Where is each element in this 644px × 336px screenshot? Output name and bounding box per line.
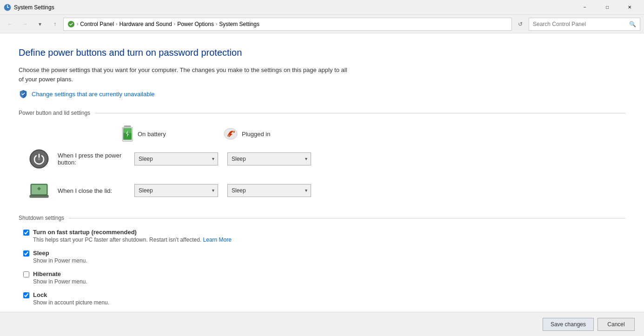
power-button-row: When I press the power button: Sleep Do … — [19, 148, 625, 170]
lock-desc: Show in account picture menu. — [33, 299, 109, 306]
shutdown-section-header: Shutdown settings — [19, 215, 625, 221]
battery-icon — [121, 125, 134, 142]
breadcrumb: › Control Panel › Hardware and Sound › P… — [63, 18, 512, 31]
page-title: Define power buttons and turn on passwor… — [19, 47, 625, 58]
power-button-label: When I press the power button: — [58, 152, 130, 166]
shutdown-divider — [69, 218, 625, 218]
plug-icon — [223, 126, 238, 141]
search-box[interactable]: 🔍 — [529, 18, 640, 31]
lid-icon — [28, 179, 50, 202]
address-bar: ← → ▾ ↑ › Control Panel › Hardware and S… — [0, 15, 644, 33]
lock-row: Lock Show in account picture menu. — [19, 291, 625, 306]
breadcrumb-sep-1: › — [116, 21, 117, 26]
learn-more-link[interactable]: Learn More — [203, 237, 232, 243]
fast-startup-checkbox[interactable] — [23, 230, 29, 236]
recent-button[interactable]: ▾ — [33, 18, 46, 31]
hibernate-checkbox[interactable] — [23, 271, 29, 277]
bottom-bar: Save changes Cancel — [0, 312, 644, 336]
shield-icon — [19, 89, 28, 99]
on-battery-label: On battery — [138, 131, 166, 138]
power-plugged-dropdown[interactable]: Sleep Do nothing Hibernate Shut down Tur… — [227, 152, 311, 165]
fast-startup-label: Turn on fast startup (recommended) — [33, 229, 232, 236]
breadcrumb-control-panel[interactable]: Control Panel — [80, 21, 114, 27]
maximize-button[interactable]: □ — [597, 0, 618, 14]
shutdown-section-label: Shutdown settings — [19, 215, 64, 221]
hibernate-row: Hibernate Show in Power menu. — [19, 270, 625, 285]
breadcrumb-hardware[interactable]: Hardware and Sound — [119, 21, 172, 27]
lid-battery-dropdown[interactable]: Sleep Do nothing Hibernate Shut down Tur… — [134, 184, 218, 197]
fast-startup-content: Turn on fast startup (recommended) This … — [33, 229, 232, 243]
power-battery-dropdown[interactable]: Sleep Do nothing Hibernate Shut down Tur… — [134, 152, 218, 165]
forward-button[interactable]: → — [19, 18, 32, 31]
lock-checkbox[interactable] — [23, 292, 29, 298]
cancel-button[interactable]: Cancel — [598, 318, 635, 331]
refresh-button[interactable]: ↺ — [514, 18, 527, 31]
on-battery-header: On battery — [121, 125, 214, 142]
lid-plugged-dropdown[interactable]: Sleep Do nothing Hibernate Shut down Tur… — [227, 184, 311, 197]
power-section-header: Power button and lid settings — [19, 110, 625, 116]
save-changes-button[interactable]: Save changes — [543, 318, 594, 331]
svg-point-7 — [227, 135, 229, 137]
sleep-row: Sleep Show in Power menu. — [19, 250, 625, 264]
breadcrumb-sep-3: › — [216, 21, 217, 26]
lid-battery-dropdown-wrapper[interactable]: Sleep Do nothing Hibernate Shut down Tur… — [134, 184, 218, 197]
page-description: Choose the power settings that you want … — [19, 66, 353, 84]
breadcrumb-power[interactable]: Power Options — [177, 21, 214, 27]
title-bar: System Settings − □ ✕ — [0, 0, 644, 15]
app-icon — [4, 4, 11, 11]
window-title: System Settings — [14, 4, 574, 11]
hibernate-desc: Show in Power menu. — [33, 278, 87, 285]
fast-startup-desc: This helps start your PC faster after sh… — [33, 237, 232, 243]
shutdown-section: Shutdown settings Turn on fast startup (… — [19, 215, 625, 312]
power-battery-dropdown-wrapper[interactable]: Sleep Do nothing Hibernate Shut down Tur… — [134, 152, 218, 165]
change-settings-text: Change settings that are currently unava… — [32, 91, 155, 98]
power-section-label: Power button and lid settings — [19, 110, 90, 116]
svg-rect-2 — [124, 125, 131, 127]
main-content: Define power buttons and turn on passwor… — [0, 33, 644, 312]
column-headers: On battery Plugged in — [121, 125, 625, 142]
minimize-button[interactable]: − — [574, 0, 596, 14]
power-button-icon — [28, 148, 50, 170]
section-divider — [95, 113, 625, 113]
fast-startup-row: Turn on fast startup (recommended) This … — [19, 229, 625, 243]
power-plugged-dropdown-wrapper[interactable]: Sleep Do nothing Hibernate Shut down Tur… — [227, 152, 311, 165]
lid-dropdowns: Sleep Do nothing Hibernate Shut down Tur… — [134, 184, 311, 197]
up-button[interactable]: ↑ — [48, 18, 61, 31]
lid-plugged-dropdown-wrapper[interactable]: Sleep Do nothing Hibernate Shut down Tur… — [227, 184, 311, 197]
plugged-in-label: Plugged in — [242, 131, 270, 138]
search-input[interactable] — [533, 21, 629, 27]
lock-content: Lock Show in account picture menu. — [33, 291, 109, 306]
close-button[interactable]: ✕ — [619, 0, 640, 14]
svg-rect-13 — [30, 195, 48, 198]
lock-label: Lock — [33, 291, 109, 298]
hibernate-label: Hibernate — [33, 270, 87, 277]
sleep-content: Sleep Show in Power menu. — [33, 250, 87, 264]
breadcrumb-system-settings[interactable]: System Settings — [219, 21, 259, 27]
breadcrumb-sep-0: › — [77, 21, 78, 26]
window-controls: − □ ✕ — [574, 0, 640, 14]
sleep-label: Sleep — [33, 250, 87, 257]
power-button-dropdowns: Sleep Do nothing Hibernate Shut down Tur… — [134, 152, 311, 165]
sleep-checkbox[interactable] — [23, 250, 29, 257]
lid-label: When I close the lid: — [58, 187, 130, 194]
change-settings-link[interactable]: Change settings that are currently unava… — [19, 89, 625, 99]
sleep-desc: Show in Power menu. — [33, 257, 87, 264]
svg-point-10 — [38, 158, 40, 160]
breadcrumb-sep-2: › — [174, 21, 175, 26]
breadcrumb-icon-item — [67, 20, 75, 28]
lid-row: When I close the lid: Sleep Do nothing H… — [19, 179, 625, 202]
plugged-in-header: Plugged in — [223, 126, 316, 141]
hibernate-content: Hibernate Show in Power menu. — [33, 270, 87, 285]
back-button[interactable]: ← — [4, 18, 17, 31]
search-icon[interactable]: 🔍 — [629, 21, 636, 27]
